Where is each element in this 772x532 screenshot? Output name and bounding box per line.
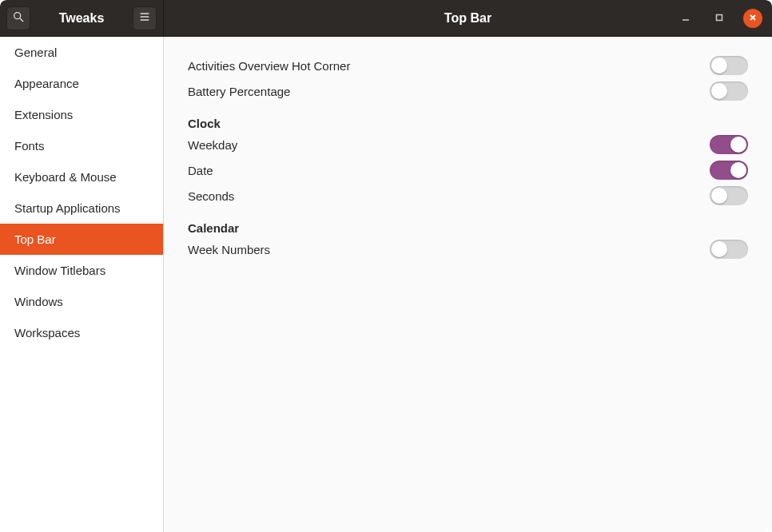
toggle-knob	[711, 188, 727, 204]
setting-row: Activities Overview Hot Corner	[188, 53, 748, 78]
sidebar-item-label: Extensions	[14, 108, 73, 121]
setting-row: Weekday	[188, 132, 748, 157]
sidebar-item-label: Top Bar	[14, 232, 56, 246]
section-heading-calendar: Calendar	[188, 221, 748, 235]
titlebar-right: Top Bar	[164, 0, 772, 36]
close-button[interactable]	[743, 9, 762, 28]
titlebar: Tweaks Top Bar	[0, 0, 772, 37]
sidebar: GeneralAppearanceExtensionsFontsKeyboard…	[0, 37, 164, 532]
sidebar-item-window-titlebars[interactable]: Window Titlebars	[0, 255, 163, 286]
toggle-seconds[interactable]	[710, 186, 748, 205]
content: Activities Overview Hot CornerBattery Pe…	[164, 37, 772, 532]
search-button[interactable]	[6, 6, 30, 30]
minimize-icon	[681, 11, 690, 26]
app-title: Tweaks	[37, 11, 126, 26]
hamburger-icon	[138, 10, 151, 26]
setting-row: Week Numbers	[188, 236, 748, 262]
page-title: Top Bar	[444, 11, 491, 26]
sidebar-item-fonts[interactable]: Fonts	[0, 130, 163, 161]
toggle-knob	[711, 241, 727, 257]
sidebar-item-label: Startup Applications	[14, 201, 121, 215]
setting-label: Week Numbers	[188, 243, 270, 256]
setting-row: Seconds	[188, 183, 748, 208]
svg-line-1	[20, 18, 23, 22]
toggle-battery-percentage[interactable]	[710, 81, 748, 101]
sidebar-item-top-bar[interactable]: Top Bar	[0, 224, 163, 255]
sidebar-item-workspaces[interactable]: Workspaces	[0, 317, 163, 348]
toggle-date[interactable]	[710, 161, 748, 180]
sidebar-item-label: Windows	[14, 295, 63, 308]
toggle-knob	[730, 137, 746, 153]
setting-label: Activities Overview Hot Corner	[188, 59, 350, 73]
toggle-weekday[interactable]	[710, 135, 748, 154]
menu-button[interactable]	[133, 6, 157, 30]
sidebar-item-appearance[interactable]: Appearance	[0, 68, 163, 99]
toggle-knob	[711, 58, 727, 73]
sidebar-item-startup-applications[interactable]: Startup Applications	[0, 193, 163, 224]
toggle-week-numbers[interactable]	[710, 240, 748, 259]
sidebar-item-keyboard-mouse[interactable]: Keyboard & Mouse	[0, 161, 163, 193]
svg-point-0	[14, 12, 21, 18]
sidebar-item-label: Window Titlebars	[14, 264, 105, 277]
toggle-activities-overview-hot-corner[interactable]	[710, 56, 748, 75]
maximize-icon	[714, 11, 724, 26]
setting-label: Seconds	[188, 189, 234, 203]
titlebar-left: Tweaks	[0, 0, 164, 36]
sidebar-item-label: Workspaces	[14, 326, 80, 339]
sidebar-item-label: Keyboard & Mouse	[14, 170, 117, 184]
sidebar-item-extensions[interactable]: Extensions	[0, 99, 163, 130]
svg-rect-6	[717, 14, 722, 20]
sidebar-item-general[interactable]: General	[0, 37, 163, 68]
maximize-button[interactable]	[710, 9, 729, 28]
close-icon	[748, 11, 758, 26]
sidebar-item-windows[interactable]: Windows	[0, 286, 163, 317]
setting-label: Battery Percentage	[188, 85, 290, 98]
search-icon	[12, 10, 25, 26]
setting-label: Date	[188, 164, 213, 177]
setting-row: Battery Percentage	[188, 78, 748, 104]
sidebar-item-label: General	[14, 46, 57, 59]
body: GeneralAppearanceExtensionsFontsKeyboard…	[0, 37, 772, 532]
setting-row: Date	[188, 157, 748, 183]
sidebar-item-label: Appearance	[14, 77, 79, 90]
sidebar-item-label: Fonts	[14, 139, 45, 153]
window-controls	[676, 9, 762, 28]
minimize-button[interactable]	[676, 9, 695, 28]
toggle-knob	[730, 162, 746, 178]
setting-label: Weekday	[188, 138, 237, 152]
section-heading-clock: Clock	[188, 117, 748, 130]
toggle-knob	[711, 83, 727, 99]
